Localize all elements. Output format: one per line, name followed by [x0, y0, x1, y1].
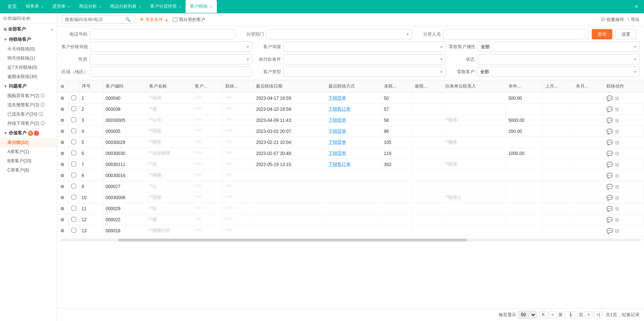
next-page-button[interactable]: >	[585, 311, 592, 318]
sidebar-item-abnormal[interactable]: 囤购异常客户(2) ⓘ	[0, 91, 57, 100]
message-icon[interactable]: 💬	[606, 140, 613, 145]
td-last-way[interactable]: 下销货单	[326, 148, 381, 159]
current-page-input[interactable]	[564, 311, 577, 318]
td-checkbox[interactable]	[68, 170, 79, 181]
qr-icon[interactable]: ⊞	[615, 117, 619, 123]
td-checkbox[interactable]	[68, 126, 79, 137]
close-icon[interactable]: ×	[179, 4, 181, 9]
td-checkbox[interactable]	[68, 137, 79, 148]
refresh-icon[interactable]: ↻	[28, 131, 33, 136]
td-last-way[interactable]	[326, 170, 381, 181]
customer-level-select[interactable]: ▼	[283, 42, 446, 52]
sidebar-group-problem[interactable]: ▼ 问题客户	[0, 81, 57, 91]
nav-tab-customer-contact[interactable]: 客户联络 ×	[186, 0, 217, 13]
td-last-way[interactable]	[326, 192, 381, 203]
qr-icon[interactable]: ⊞	[615, 195, 619, 201]
retail-customer-select[interactable]: 全部 ▼	[477, 67, 640, 77]
sidebar-collapse-icon[interactable]: «	[50, 27, 53, 32]
td-checkbox[interactable]	[68, 115, 79, 126]
sidebar-item-ungroup[interactable]: 未分组(32)	[0, 138, 57, 147]
td-checkbox[interactable]	[68, 203, 79, 214]
td-last-way[interactable]: 下销货单	[326, 126, 381, 137]
qr-icon[interactable]: ⊞	[615, 184, 619, 190]
message-icon[interactable]: 💬	[606, 95, 613, 101]
td-last-way[interactable]	[326, 225, 381, 236]
search-icon[interactable]: 🔍	[125, 17, 131, 22]
nav-tab-customer-tier[interactable]: 客户分层经营 ×	[146, 0, 186, 13]
price-level-select[interactable]: ▼	[90, 42, 252, 52]
th-settings[interactable]: ⚙	[57, 80, 68, 93]
td-last-way[interactable]	[326, 181, 381, 192]
retail-attr-select[interactable]: 全部 ▼	[478, 42, 640, 52]
td-checkbox[interactable]	[68, 93, 79, 104]
qr-icon[interactable]: ⊞	[615, 162, 619, 167]
sidebar-item-today[interactable]: 今天待联络(0)	[0, 45, 57, 54]
td-checkbox[interactable]	[68, 148, 79, 159]
td-checkbox[interactable]	[68, 192, 79, 203]
message-icon[interactable]: 💬	[606, 117, 613, 123]
qr-icon[interactable]: ⊞	[615, 128, 619, 134]
message-icon[interactable]: 💬	[606, 184, 613, 190]
qr-icon[interactable]: ⊞	[615, 140, 619, 145]
qr-icon[interactable]: ⊞	[615, 173, 619, 179]
last-page-button[interactable]: >|	[594, 311, 603, 318]
payment-select[interactable]: ▼	[283, 54, 446, 64]
first-page-button[interactable]: K	[539, 311, 548, 318]
message-icon[interactable]: 💬	[606, 173, 613, 179]
td-last-way[interactable]	[326, 214, 381, 225]
td-checkbox[interactable]	[68, 214, 79, 225]
close-icon[interactable]: ×	[139, 4, 141, 9]
batch-op-button[interactable]: ☑ 批量操作	[601, 17, 624, 23]
td-last-way[interactable]: 下销货单	[326, 115, 381, 126]
horizontal-scrollbar[interactable]	[57, 236, 644, 244]
qr-icon[interactable]: ⊞	[615, 228, 619, 234]
status-select[interactable]: ▼	[477, 54, 640, 64]
qr-icon[interactable]: ⊞	[615, 106, 619, 112]
td-last-way[interactable]: 下销售订单	[326, 104, 381, 115]
qr-icon[interactable]: ⊞	[615, 95, 619, 101]
close-icon[interactable]: ×	[210, 4, 212, 9]
my-customers-toggle[interactable]	[173, 17, 177, 22]
qr-icon[interactable]: ⊞	[615, 151, 619, 156]
sidebar-item-overdue[interactable]: 逾期未联络(30)	[0, 72, 57, 81]
td-checkbox[interactable]	[68, 225, 79, 236]
close-icon[interactable]: ×	[99, 4, 101, 9]
prev-page-button[interactable]: <	[549, 311, 557, 318]
sidebar-item-tomorrow[interactable]: 明天待联络(1)	[0, 54, 57, 63]
region-select[interactable]: ···	[90, 67, 252, 77]
sidebar-search-input[interactable]	[3, 16, 57, 21]
nav-tab-analysis-list[interactable]: 商品分析列表 ×	[106, 0, 145, 13]
sidebar-item-churned[interactable]: 已流失客户(24) ⓘ	[0, 110, 57, 119]
dept-select[interactable]: ▼	[266, 29, 412, 39]
sidebar-all-customers[interactable]: ⊞ 全部客户 «	[0, 24, 57, 35]
message-icon[interactable]: 💬	[606, 206, 613, 212]
message-icon[interactable]: 💬	[606, 106, 613, 112]
more-conditions-button[interactable]: ▼ 更多条件 ▲	[140, 17, 168, 23]
sidebar-item-declining[interactable]: 持续下滑客户(2) ⓘ	[0, 119, 57, 128]
page-size-select[interactable]: 50 100 200	[518, 311, 536, 319]
nature-select[interactable]: ▼	[89, 54, 252, 64]
td-last-way[interactable]: 下销售订单	[326, 159, 381, 170]
message-icon[interactable]: 💬	[606, 217, 613, 223]
close-icon[interactable]: ×	[68, 4, 70, 9]
phone-input[interactable]	[89, 29, 235, 39]
qr-icon[interactable]: ⊞	[615, 206, 619, 212]
td-checkbox[interactable]	[68, 159, 79, 170]
close-all-button[interactable]: ×	[632, 3, 641, 10]
nav-tab-sales[interactable]: 销售单 ×	[21, 0, 48, 13]
sidebar-item-class-a[interactable]: A类客户(1)	[0, 147, 57, 156]
message-icon[interactable]: 💬	[606, 162, 613, 167]
query-button[interactable]: 查询	[592, 29, 612, 39]
sidebar-item-churn-warning[interactable]: 流失预警客户(3) ⓘ	[0, 100, 57, 110]
sidebar-item-class-c[interactable]: C类客户(6)	[0, 166, 57, 175]
export-button[interactable]: ↑ 导出	[627, 17, 640, 23]
sidebar-group-pending[interactable]: ▼ 待联络客户	[0, 35, 57, 45]
td-last-way[interactable]: 下销货单	[326, 93, 381, 104]
manager-select[interactable]: ···	[443, 29, 589, 39]
close-icon[interactable]: ×	[41, 4, 43, 9]
sidebar-group-value[interactable]: ▼ 价值客户 ↻ !	[0, 128, 57, 138]
td-last-way[interactable]: 下销货单	[326, 137, 381, 148]
sidebar-item-7days[interactable]: 近7天待联络(0)	[0, 63, 57, 72]
sidebar-item-class-b[interactable]: B类客户(33)	[0, 156, 57, 166]
reset-button[interactable]: 设置	[615, 29, 637, 39]
